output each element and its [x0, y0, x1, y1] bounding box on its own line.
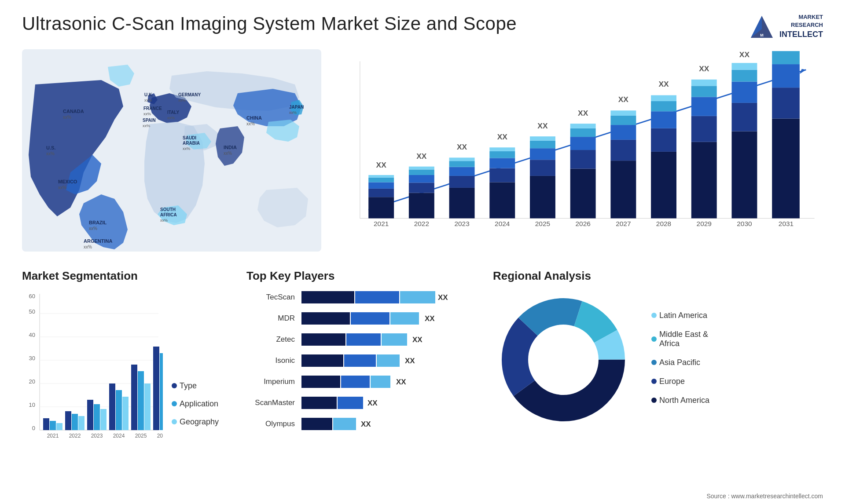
svg-text:xx%: xx% — [246, 121, 255, 126]
svg-rect-69 — [530, 160, 555, 176]
geography-dot — [172, 419, 177, 424]
svg-text:xx%: xx% — [178, 98, 186, 102]
svg-rect-164 — [382, 333, 407, 346]
svg-text:40: 40 — [29, 332, 35, 338]
svg-text:2027: 2027 — [616, 219, 631, 227]
svg-text:CHINA: CHINA — [246, 115, 262, 121]
type-dot — [172, 383, 177, 388]
mea-dot — [651, 336, 657, 342]
svg-rect-77 — [570, 137, 596, 150]
svg-rect-48 — [409, 183, 434, 193]
svg-rect-65 — [489, 147, 515, 151]
svg-text:XX: XX — [618, 95, 629, 104]
svg-rect-75 — [570, 168, 596, 218]
svg-rect-79 — [570, 124, 596, 128]
source-text: Source : www.marketresearchintellect.com — [706, 493, 823, 500]
svg-text:U.S.: U.S. — [46, 145, 55, 150]
svg-rect-155 — [355, 291, 399, 303]
svg-text:FRANCE: FRANCE — [143, 106, 162, 111]
players-section: Top Key Players TecScan XX MDR — [246, 269, 484, 498]
top-row: CANADA xx% U.S. xx% MEXICO xx% BRAZIL xx… — [22, 49, 823, 260]
north-america-dot — [651, 398, 657, 403]
svg-rect-110 — [772, 118, 800, 218]
svg-rect-113 — [772, 51, 800, 64]
svg-rect-83 — [610, 139, 636, 160]
svg-rect-44 — [368, 175, 394, 178]
svg-rect-167 — [344, 354, 376, 367]
svg-text:XX: XX — [396, 378, 406, 386]
player-name-imperium: Imperium — [246, 377, 295, 386]
svg-text:XX: XX — [416, 152, 427, 161]
player-name-isonic: Isonic — [246, 356, 295, 365]
svg-text:XX: XX — [578, 108, 588, 117]
svg-text:60: 60 — [29, 293, 35, 299]
legend-mea-label: Middle East & Africa — [659, 330, 730, 348]
bar-chart-section: XX 2021 XX 2022 XX — [334, 49, 823, 260]
svg-text:xx%: xx% — [143, 112, 151, 116]
player-row-scanmaster: ScanMaster XX — [246, 395, 484, 411]
svg-text:xx%: xx% — [84, 245, 92, 249]
legend-application: Application — [172, 399, 219, 409]
svg-rect-98 — [691, 97, 717, 116]
svg-text:2029: 2029 — [697, 219, 712, 227]
svg-rect-56 — [449, 167, 475, 175]
legend-north-america: North America — [651, 396, 730, 405]
logo-area: M MARKET RESEARCH INTELLECT — [749, 13, 823, 40]
svg-text:2024: 2024 — [495, 219, 510, 227]
svg-rect-90 — [651, 128, 676, 151]
svg-rect-92 — [651, 101, 676, 111]
svg-text:20: 20 — [29, 378, 35, 385]
player-row-zetec: Zetec XX — [246, 332, 484, 347]
svg-text:xx%: xx% — [160, 218, 168, 223]
svg-rect-93 — [651, 95, 676, 101]
svg-rect-41 — [368, 188, 394, 197]
svg-rect-131 — [50, 421, 56, 430]
svg-text:xx%: xx% — [183, 146, 190, 151]
svg-text:JAPAN: JAPAN — [289, 105, 304, 110]
svg-rect-154 — [301, 291, 354, 303]
svg-text:MEXICO: MEXICO — [58, 179, 77, 184]
page-title: Ultrasonic C-Scan Imaging System Market … — [22, 13, 517, 34]
svg-rect-62 — [489, 168, 515, 182]
svg-text:2025: 2025 — [135, 433, 147, 439]
svg-rect-72 — [530, 136, 555, 141]
segmentation-title: Market Segmentation — [22, 269, 238, 283]
player-bar-olympus: XX — [301, 416, 451, 432]
svg-rect-54 — [449, 188, 475, 218]
svg-text:BRAZIL: BRAZIL — [89, 220, 107, 225]
svg-rect-148 — [144, 383, 151, 430]
legend-geography: Geography — [172, 417, 219, 427]
svg-text:xx%: xx% — [46, 151, 55, 156]
svg-text:2022: 2022 — [69, 433, 81, 439]
svg-text:XX: XX — [658, 80, 669, 88]
svg-text:AFRICA: AFRICA — [160, 212, 177, 217]
svg-text:xx%: xx% — [89, 226, 97, 231]
svg-rect-151 — [160, 353, 163, 430]
legend-asia-label: Asia Pacific — [659, 358, 700, 367]
svg-rect-61 — [489, 182, 515, 218]
svg-text:2030: 2030 — [737, 219, 752, 227]
legend-europe-label: Europe — [659, 377, 685, 386]
asia-pacific-dot — [651, 360, 657, 365]
svg-rect-64 — [489, 151, 515, 157]
regional-content: Latin America Middle East & Africa Asia … — [493, 289, 823, 430]
svg-text:2023: 2023 — [91, 433, 103, 439]
player-name-tecscan: TecScan — [246, 293, 295, 302]
svg-text:SAUDI: SAUDI — [183, 135, 196, 140]
svg-text:2021: 2021 — [47, 433, 59, 439]
svg-rect-42 — [368, 182, 394, 188]
svg-rect-135 — [72, 414, 78, 430]
svg-text:GERMANY: GERMANY — [178, 92, 201, 97]
svg-rect-76 — [570, 150, 596, 168]
legend-type-label: Type — [180, 381, 197, 391]
svg-text:XX: XX — [739, 50, 750, 58]
svg-text:XX: XX — [367, 399, 378, 407]
svg-rect-96 — [691, 142, 717, 218]
player-bar-tecscan: XX — [301, 289, 451, 305]
europe-dot — [651, 379, 657, 384]
svg-text:xx%: xx% — [289, 110, 297, 115]
svg-rect-43 — [368, 177, 394, 182]
svg-rect-103 — [731, 131, 757, 218]
player-row-olympus: Olympus XX — [246, 416, 484, 432]
svg-rect-142 — [109, 383, 115, 430]
